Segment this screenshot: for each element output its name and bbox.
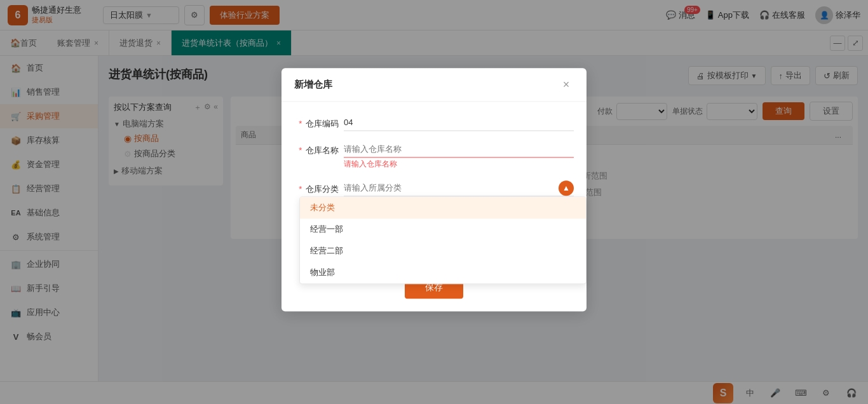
category-toggle-icon[interactable]: ▲: [559, 180, 574, 196]
code-input[interactable]: [344, 114, 574, 131]
name-input[interactable]: [344, 141, 574, 158]
form-row-code: * 仓库编码: [294, 114, 574, 131]
dropdown-item-dept3[interactable]: 物业部: [300, 262, 586, 283]
form-row-name: * 仓库名称 请输入仓库名称: [294, 141, 574, 170]
category-field: ▲ 未分类 经营一部 经营二部 物业部: [344, 180, 574, 196]
dropdown-item-dept2[interactable]: 经营二部: [300, 240, 586, 262]
modal-close-button[interactable]: ×: [559, 77, 574, 92]
code-label: * 仓库编码: [294, 114, 339, 130]
modal-title: 新增仓库: [294, 79, 332, 91]
modal-body: * 仓库编码 * 仓库名称 请输入仓库名称 * 仓库分类: [281, 102, 587, 269]
code-field: [344, 114, 574, 131]
dropdown-item-dept1[interactable]: 经营一部: [300, 219, 586, 240]
form-row-category: * 仓库分类 ▲ 未分类 经营一部 经营二部 物业部: [294, 180, 574, 196]
dropdown-item-unclassified[interactable]: 未分类: [300, 197, 586, 219]
category-input[interactable]: [344, 180, 574, 196]
name-label: * 仓库名称: [294, 141, 339, 156]
name-field: 请输入仓库名称: [344, 141, 574, 170]
name-error-msg: 请输入仓库名称: [344, 159, 574, 170]
modal-header: 新增仓库 ×: [281, 68, 587, 102]
category-dropdown: 未分类 经营一部 经营二部 物业部: [299, 196, 587, 284]
add-warehouse-modal: 新增仓库 × * 仓库编码 * 仓库名称 请输入仓库名称: [281, 68, 587, 311]
category-label: * 仓库分类: [294, 180, 339, 195]
